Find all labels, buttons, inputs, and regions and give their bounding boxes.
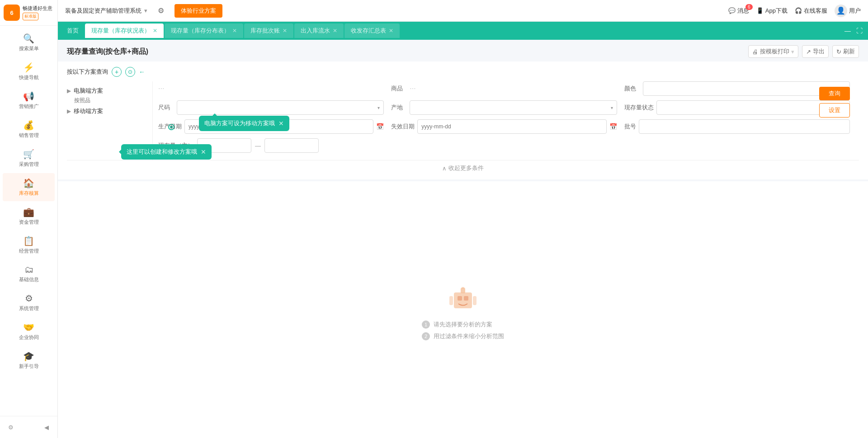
search-button[interactable]: 查询 (819, 87, 850, 100)
quicknav-icon: ⚡ (23, 62, 34, 73)
tab-summary-label: 收发存汇总表 (351, 27, 386, 35)
tab-close-inventory-dist[interactable]: ✕ (232, 28, 237, 33)
range-dash: — (255, 142, 261, 149)
online-support-btn[interactable]: 🎧 在线客服 (795, 7, 827, 15)
sidebar-item-quicknav-label: 快捷导航 (19, 74, 39, 81)
sidebar-item-marketing[interactable]: 📢 营销推广 (3, 86, 55, 114)
filter-field-goods: 商品 ··· (391, 85, 617, 93)
expire-date-label: 失效日期 (391, 122, 415, 131)
goods-dots[interactable]: ··· (410, 85, 617, 93)
tab-minimize-btn[interactable]: — (843, 25, 853, 36)
tab-summary[interactable]: 收发存汇总表 ✕ (344, 24, 400, 38)
origin-select[interactable]: ▾ (410, 100, 617, 115)
tab-inout[interactable]: 出入库流水 ✕ (294, 24, 344, 38)
sidebar-item-enterprise-label: 企业协同 (19, 334, 39, 341)
sidebar-item-search[interactable]: 🔍 搜索菜单 (3, 28, 55, 57)
goods-label: 商品 (391, 85, 407, 93)
filter-field-origin: 产地 ▾ (391, 100, 617, 115)
sales-icon: 💰 (23, 120, 34, 131)
tab-inout-label: 出入库流水 (301, 27, 330, 35)
batch-no-input[interactable] (639, 119, 850, 134)
refresh-btn[interactable]: ↻ 刷新 (832, 45, 859, 58)
operations-icon: 📋 (23, 235, 34, 246)
sidebar-item-purchase-label: 采购管理 (19, 161, 39, 168)
size-select[interactable]: ▾ (177, 100, 384, 115)
filter-add-btn[interactable]: + (112, 67, 122, 77)
tab-close-summary[interactable]: ✕ (389, 28, 393, 33)
filter-label: 按以下方案查询 (67, 68, 108, 76)
sidebar-item-operations-label: 经营管理 (19, 248, 39, 254)
stock-qty-max-input[interactable] (264, 138, 319, 153)
chevron-down-icon-2: ▾ (377, 105, 380, 110)
color-label: 颜色 (624, 85, 640, 93)
sidebar-item-sales-label: 销售管理 (19, 132, 39, 139)
settings-btn[interactable]: ⚙ (4, 420, 18, 434)
print-btn[interactable]: 🖨 按模板打印 ▾ (748, 45, 798, 58)
scheme-item-pc[interactable]: ▶ 电脑端方案 (67, 85, 152, 97)
sidebar-item-finance[interactable]: 💼 资金管理 (3, 202, 55, 230)
settings-gear-btn[interactable]: ⚙ (155, 5, 167, 17)
sidebar-item-basic[interactable]: 🗂 基础信息 (3, 260, 55, 287)
produce-date-label: 生产日期 (158, 122, 182, 131)
filter-copy-btn[interactable]: ⊙ (125, 67, 135, 77)
sidebar-item-purchase[interactable]: 🛒 采购管理 (3, 144, 55, 172)
calendar-icon-1[interactable]: 📅 (376, 123, 384, 130)
filter-field-batch-no: 批号 (624, 119, 850, 134)
tooltip1-close-btn[interactable]: ✕ (278, 120, 284, 127)
sidebar-item-guide[interactable]: 🎓 新手引导 (3, 346, 55, 374)
export-btn[interactable]: ↗ 导出 (802, 45, 829, 58)
tab-close-inout[interactable]: ✕ (333, 28, 337, 33)
avatar: 👤 (835, 5, 847, 17)
scheme-item-mobile[interactable]: ▶ 移动端方案 (67, 105, 152, 117)
user-profile-btn[interactable]: 👤 用户 (835, 5, 861, 17)
empty-state: 1 请先选择要分析的方案 2 用过滤条件来缩小分析范围 (58, 181, 868, 438)
message-btn[interactable]: 💬 消息 6 (728, 7, 749, 15)
sidebar-item-inventory[interactable]: 🏠 库存核算 (3, 173, 55, 201)
size-label: 尺码 (158, 104, 174, 112)
tab-maximize-btn[interactable]: ⛶ (854, 25, 864, 36)
sidebar-item-guide-label: 新手引导 (19, 363, 39, 370)
sidebar-item-inventory-label: 库存核算 (19, 190, 39, 197)
print-icon: 🖨 (752, 48, 758, 55)
filter-row2: 尺码 ▾ 产地 ▾ (158, 100, 850, 115)
page-title: 现存量查询(按仓库+商品) (67, 47, 148, 57)
tip-num-1: 1 (422, 320, 430, 329)
sidebar-item-system[interactable]: ⚙ 系统管理 (3, 288, 55, 316)
industry-btn[interactable]: 体验行业方案 (175, 4, 222, 18)
empty-tip-2: 2 用过滤条件来缩小分析范围 (422, 332, 504, 340)
stock-status-label: 现存量状态 (624, 104, 654, 112)
tab-inventory-dist[interactable]: 现存量（库存分布表） ✕ (165, 24, 243, 38)
sidebar-item-enterprise[interactable]: 🤝 企业协同 (3, 317, 55, 345)
svg-rect-6 (473, 296, 476, 305)
origin-label: 产地 (391, 104, 407, 112)
tab-inventory-status[interactable]: 现存量（库存状况表） ✕ (85, 24, 164, 38)
svg-rect-4 (462, 287, 464, 289)
filter-row1: ··· 商品 ··· 颜色 ▾ (158, 81, 850, 96)
sidebar-item-operations[interactable]: 📋 经营管理 (3, 231, 55, 259)
collapse-bar[interactable]: ∧ 收起更多条件 (67, 160, 859, 176)
export-icon: ↗ (806, 48, 811, 55)
app-download-btn[interactable]: 📱 App下载 (756, 7, 788, 15)
tab-batch[interactable]: 库存批次账 ✕ (244, 24, 293, 38)
set-button[interactable]: 设置 (819, 103, 850, 118)
collapse-sidebar-btn[interactable]: ◀ (39, 420, 54, 434)
sidebar: 6 畅捷通好生意 标准版 🔍 搜索菜单 ⚡ 快捷导航 📢 营销推广 💰 销售管理… (0, 0, 58, 438)
purchase-icon: 🛒 (23, 149, 34, 160)
calendar-icon-2[interactable]: 📅 (609, 123, 617, 130)
headset-icon: 🎧 (795, 7, 802, 14)
tab-close-inventory-status[interactable]: ✕ (153, 28, 157, 33)
expire-date-input[interactable] (417, 119, 606, 134)
sidebar-item-quicknav[interactable]: ⚡ 快捷导航 (3, 57, 55, 85)
search-icon: 🔍 (23, 33, 34, 44)
sidebar-item-sales[interactable]: 💰 销售管理 (3, 115, 55, 143)
tooltip2-close-btn[interactable]: ✕ (201, 148, 206, 155)
app-name: 畅捷通好生意 (23, 5, 52, 12)
filter-right-actions: 查询 设置 (819, 87, 850, 118)
tab-inventory-status-label: 现存量（库存状况表） (91, 27, 150, 35)
logo-icon: 6 (4, 5, 20, 21)
tab-close-batch[interactable]: ✕ (283, 28, 287, 33)
system-icon: ⚙ (25, 293, 33, 304)
tab-home[interactable]: 首页 (61, 24, 84, 38)
filter-back-btn[interactable]: ← (139, 68, 145, 75)
field-dots-1[interactable]: ··· (158, 85, 164, 93)
